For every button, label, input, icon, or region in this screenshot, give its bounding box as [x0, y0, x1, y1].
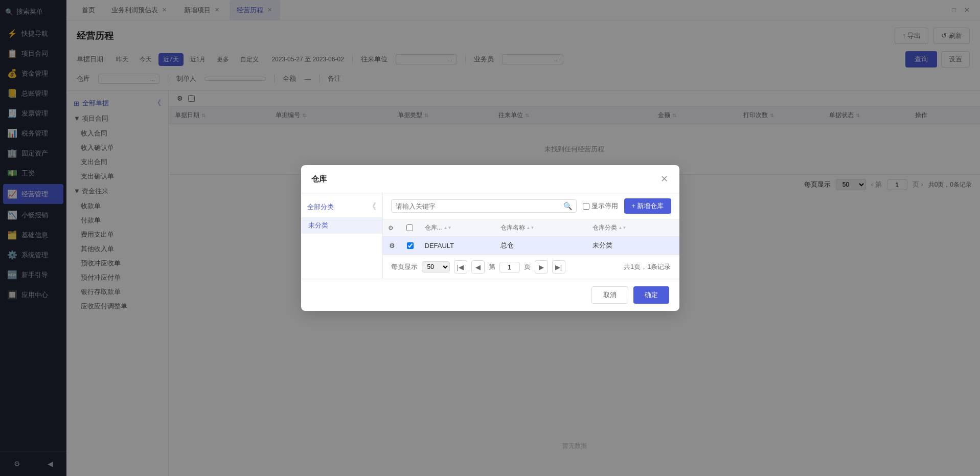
dialog-pager-page-suffix: 页	[524, 262, 531, 271]
dialog-page-size-select[interactable]: 50 100	[422, 261, 450, 273]
dialog-select-all[interactable]	[406, 224, 413, 231]
dialog-overlay: 仓库 ✕ 全部分类 《 未分类 🔍	[0, 0, 980, 476]
dialog-table-header: ⚙ 仓库... ▲▼ 仓库名称 ▲▼	[383, 219, 679, 237]
dialog-header: 仓库 ✕	[301, 165, 679, 193]
dialog-page-total: 共1页，1条记录	[624, 262, 671, 271]
dialog-cancel-button[interactable]: 取消	[591, 286, 628, 304]
dialog-show-disabled-label[interactable]: 显示停用	[583, 201, 618, 211]
name-sort-icon[interactable]: ▲▼	[527, 226, 535, 230]
dialog-pager-first[interactable]: |◀	[454, 260, 467, 274]
row-category: 未分类	[587, 237, 679, 254]
dialog-th-gear: ⚙	[383, 220, 401, 236]
dialog-page-size-label: 每页显示	[391, 262, 418, 271]
dialog-th-name: 仓库名称 ▲▼	[495, 219, 587, 236]
row-code: DEFAULT	[420, 238, 495, 254]
dialog-pagination: 每页显示 50 100 |◀ ◀ 第 页 ▶ ▶| 共1页，1条记录	[391, 260, 671, 274]
name-col-label: 仓库名称	[500, 223, 525, 232]
dialog-th-code: 仓库... ▲▼	[420, 219, 495, 236]
dialog-pager-prev[interactable]: ◀	[471, 260, 485, 274]
dialog-footer: 每页显示 50 100 |◀ ◀ 第 页 ▶ ▶| 共1页，1条记录	[383, 255, 679, 279]
dialog-left-collapse-icon[interactable]: 《	[368, 201, 376, 212]
dialog-toolbar: 🔍 显示停用 + 新增仓库	[383, 193, 679, 219]
dialog-category-uncategorized[interactable]: 未分类	[301, 217, 382, 234]
dialog-left-panel: 全部分类 《 未分类	[301, 193, 383, 279]
dialog-actions: 取消 确定	[301, 279, 679, 311]
dialog-table: ⚙ 仓库... ▲▼ 仓库名称 ▲▼	[383, 219, 679, 255]
dialog-right-panel: 🔍 显示停用 + 新增仓库 ⚙	[383, 193, 679, 279]
code-col-label: 仓库...	[425, 223, 442, 232]
show-disabled-text: 显示停用	[591, 201, 618, 211]
dialog-confirm-button[interactable]: 确定	[633, 286, 669, 304]
dialog-search-box[interactable]: 🔍	[391, 199, 577, 213]
code-sort-icon[interactable]: ▲▼	[444, 226, 452, 230]
dialog-search-icon: 🔍	[563, 202, 572, 210]
dialog-all-categories-label: 全部分类	[307, 202, 334, 212]
dialog-table-row[interactable]: ⚙ DEFAULT 总仓 未分类	[383, 237, 679, 255]
dialog-left-header: 全部分类 《	[301, 198, 382, 217]
dialog-add-button[interactable]: + 新增仓库	[624, 198, 671, 214]
warehouse-dialog: 仓库 ✕ 全部分类 《 未分类 🔍	[301, 165, 679, 311]
dialog-close-button[interactable]: ✕	[659, 172, 669, 186]
dialog-search-input[interactable]	[396, 202, 561, 210]
cat-col-label: 仓库分类	[592, 223, 617, 232]
dialog-pager-last[interactable]: ▶|	[552, 260, 565, 274]
dialog-th-category: 仓库分类 ▲▼	[587, 219, 679, 236]
dialog-th-checkbox	[401, 220, 420, 235]
dialog-category-label: 未分类	[308, 221, 328, 229]
cat-sort-icon[interactable]: ▲▼	[619, 226, 627, 230]
dialog-page-input[interactable]	[499, 262, 520, 273]
dialog-pager-page-label: 第	[489, 262, 495, 271]
row-name: 总仓	[495, 237, 587, 254]
gear-col-icon[interactable]: ⚙	[388, 224, 394, 232]
dialog-body: 全部分类 《 未分类 🔍 显示停用	[301, 193, 679, 279]
row-select-checkbox[interactable]	[407, 242, 414, 249]
row-gear-icon[interactable]: ⚙	[383, 238, 401, 254]
dialog-show-disabled-checkbox[interactable]	[583, 203, 589, 210]
row-checkbox[interactable]	[401, 238, 420, 253]
dialog-pager-next[interactable]: ▶	[535, 260, 548, 274]
dialog-title: 仓库	[311, 174, 327, 184]
